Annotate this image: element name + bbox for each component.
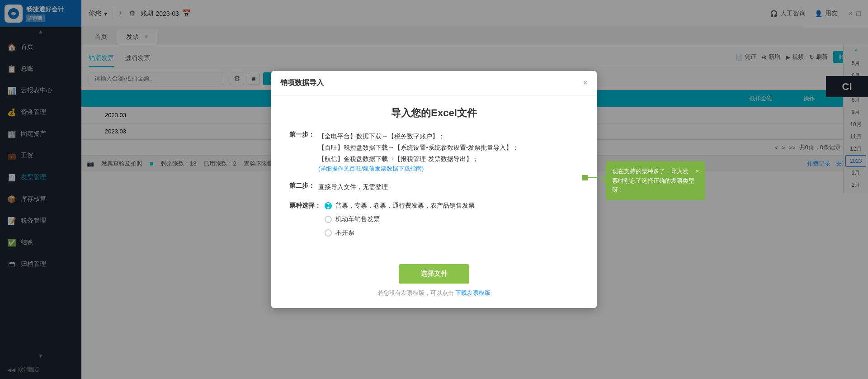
modal-title: 销项数据导入 <box>280 78 324 88</box>
modal-body: 导入您的Excel文件 第一步： 【全电平台】数据下载→【税务数字账户】； 【百… <box>271 95 597 257</box>
import-modal: 销项数据导入 × 导入您的Excel文件 第一步： 【全电平台】数据下载→【税务… <box>271 71 597 308</box>
step2: 第二步： 直接导入文件，无需整理 <box>289 182 579 193</box>
step1-line1: 【全电平台】数据下载→【税务数字账户】； <box>318 131 519 142</box>
tooltip-arrow <box>602 178 606 184</box>
radio-option-3[interactable]: 不开票 <box>325 229 475 237</box>
ticket-select: 票种选择： 普票，专票，卷票，通行费发票，农产品销售发票 机动车销售发票 <box>289 202 579 237</box>
radio-3-label: 不开票 <box>335 229 354 237</box>
modal-main-title: 导入您的Excel文件 <box>289 106 579 120</box>
step1-line2: 【百旺】税控盘数据下载→【系统设置-系统参数设置-发票批量导入】； <box>318 142 519 153</box>
modal-header: 销项数据导入 × <box>271 71 597 95</box>
download-hint-text: 若您没有发票模版，可以点击 <box>377 289 454 296</box>
download-hint: 若您没有发票模版，可以点击 下载发票模版 <box>377 289 491 297</box>
modal-overlay: 销项数据导入 × 导入您的Excel文件 第一步： 【全电平台】数据下载→【税务… <box>0 0 868 379</box>
tooltip-bubble: × 现在支持的票种多了，导入发票时别忘了选择正确的发票类型呀！ <box>606 161 705 200</box>
tooltip-close-button[interactable]: × <box>695 167 699 176</box>
tooltip-text: 现在支持的票种多了，导入发票时别忘了选择正确的发票类型呀！ <box>612 168 694 194</box>
radio-option-1[interactable]: 普票，专票，卷票，通行费发票，农产品销售发票 <box>325 202 475 210</box>
radio-group: 普票，专票，卷票，通行费发票，农产品销售发票 机动车销售发票 不开票 <box>325 202 475 237</box>
radio-1-circle <box>325 202 332 209</box>
ticket-label: 票种选择： <box>289 202 321 210</box>
radio-option-2[interactable]: 机动车销售发票 <box>325 215 475 223</box>
download-template-link[interactable]: 下载发票模版 <box>455 289 491 296</box>
radio-3-circle <box>325 229 332 237</box>
step1-link[interactable]: (详细操作见百旺/航信发票数据下载指南) <box>318 165 519 173</box>
modal-footer: 选择文件 若您没有发票模版，可以点击 下载发票模版 <box>271 257 597 308</box>
radio-1-label: 普票，专票，卷票，通行费发票，农产品销售发票 <box>335 202 475 210</box>
step1: 第一步： 【全电平台】数据下载→【税务数字账户】； 【百旺】税控盘数据下载→【系… <box>289 131 579 173</box>
step2-content: 直接导入文件，无需整理 <box>318 183 388 191</box>
tooltip-container: × 现在支持的票种多了，导入发票时别忘了选择正确的发票类型呀！ <box>606 161 705 200</box>
step2-label: 第二步： <box>289 182 315 190</box>
step1-label: 第一步： <box>289 131 315 171</box>
modal-close-button[interactable]: × <box>583 78 588 88</box>
step1-line3: 【航信】金税盘数据下载→【报税管理-发票数据导出】； <box>318 153 519 165</box>
radio-2-circle <box>325 216 332 223</box>
radio-2-label: 机动车销售发票 <box>335 215 380 223</box>
select-file-button[interactable]: 选择文件 <box>399 264 469 284</box>
tooltip-dot <box>582 175 588 180</box>
step1-content: 【全电平台】数据下载→【税务数字账户】； 【百旺】税控盘数据下载→【系统设置-系… <box>318 131 519 173</box>
